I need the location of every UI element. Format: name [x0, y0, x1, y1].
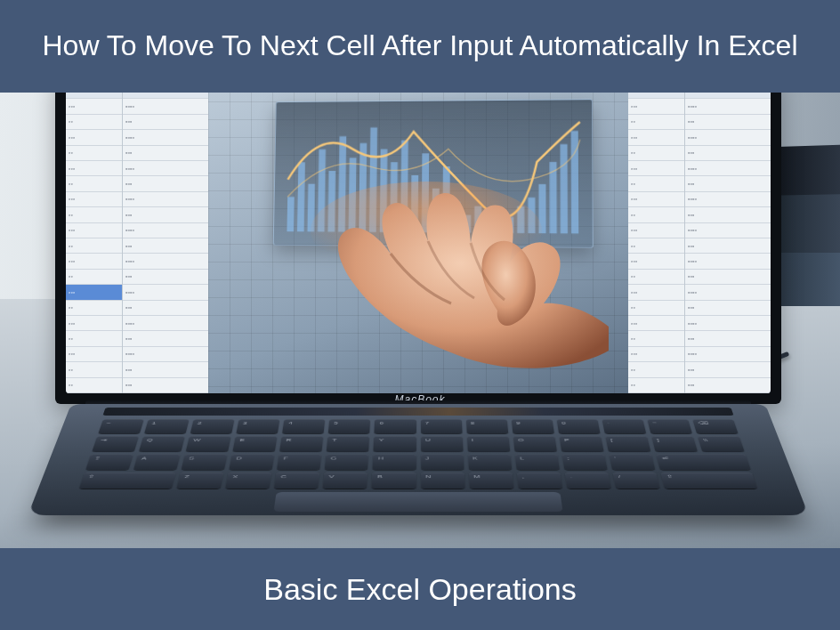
- spreadsheet-left: ⋯ ◦◦◦◦◦◦◦◦ ◦◦◦◦◦◦◦ ◦◦◦◦◦◦◦◦ ◦◦◦◦◦◦◦ ◦◦◦◦…: [66, 93, 208, 393]
- laptop-lid: ⋯ ◦◦◦◦◦◦◦◦ ◦◦◦◦◦◦◦ ◦◦◦◦◦◦◦◦ ◦◦◦◦◦◦◦ ◦◦◦◦…: [55, 93, 781, 404]
- trackpad: [273, 492, 562, 512]
- keyboard: [79, 419, 757, 489]
- hero-illustration: ⋯ ◦◦◦◦◦◦◦◦ ◦◦◦◦◦◦◦ ◦◦◦◦◦◦◦◦ ◦◦◦◦◦◦◦ ◦◦◦◦…: [0, 93, 840, 548]
- hand-icon: [293, 177, 613, 391]
- title-banner-bottom: Basic Excel Operations: [0, 548, 840, 630]
- title-banner-top: How To Move To Next Cell After Input Aut…: [0, 0, 840, 93]
- title-text-bottom: Basic Excel Operations: [263, 569, 577, 609]
- title-text-top: How To Move To Next Cell After Input Aut…: [43, 28, 798, 65]
- spreadsheet-right: ⋯ ◦◦◦◦◦◦◦◦ ◦◦◦◦◦◦◦ ◦◦◦◦◦◦◦◦ ◦◦◦◦◦◦◦ ◦◦◦◦…: [628, 93, 771, 393]
- touchbar: [102, 408, 733, 416]
- laptop-screen: ⋯ ◦◦◦◦◦◦◦◦ ◦◦◦◦◦◦◦ ◦◦◦◦◦◦◦◦ ◦◦◦◦◦◦◦ ◦◦◦◦…: [66, 93, 771, 393]
- laptop-base: [28, 404, 809, 515]
